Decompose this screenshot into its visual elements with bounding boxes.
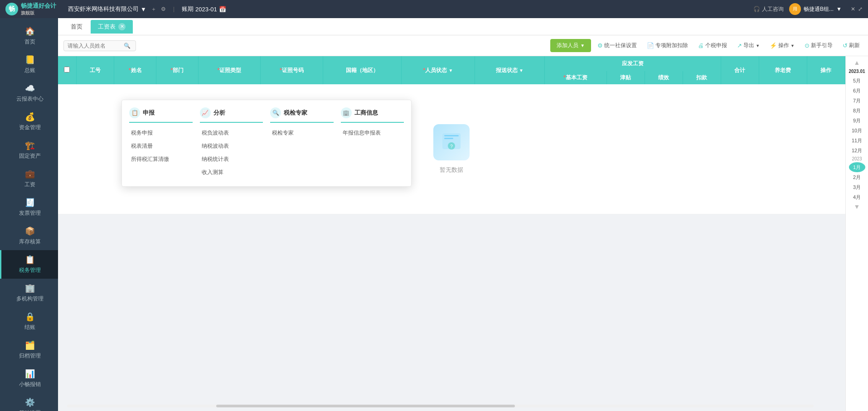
- social-insurance-btn[interactable]: ⚙ 统一社保设置: [595, 40, 640, 51]
- individual-tax-btn[interactable]: 🖨 个税申报: [695, 40, 730, 51]
- sidebar-item-invoice[interactable]: 🧾 发票管理: [0, 193, 58, 222]
- search-input[interactable]: [68, 43, 122, 49]
- dropdown-item-tax-declare[interactable]: 税务申报: [129, 126, 193, 140]
- main-area: 首页 工资表 ✕ 🔍 添加人员 ▼ ⚙ 统一社保设置: [58, 18, 868, 411]
- dropdown-section-analysis: 📈 分析 税负波动表 纳税波动表 纳税统计表 收入测算: [200, 107, 263, 179]
- timeline-month-1[interactable]: 1月: [849, 162, 865, 172]
- sidebar-item-salary[interactable]: 💼 工资: [0, 164, 58, 193]
- period-selector[interactable]: 账期 2023-01 📅: [182, 5, 226, 13]
- tab-salary-table[interactable]: 工资表 ✕: [91, 20, 133, 34]
- close-window-icon[interactable]: ✕: [851, 6, 855, 12]
- timeline-up-icon[interactable]: ▲: [853, 58, 861, 67]
- top-bar-right: 🎧 人工咨询 用 畅捷通B组... ▼ ✕ ⤢: [753, 3, 863, 15]
- multi-icon: 🏢: [25, 283, 35, 293]
- refresh-icon: ↺: [843, 42, 848, 49]
- settings-nav-icon: ⚙️: [25, 397, 35, 407]
- app-title-wrapper: 畅捷通好会计 旗舰版: [21, 2, 56, 16]
- export-btn[interactable]: ↗ 导出 ▼: [734, 40, 762, 51]
- th-checkbox[interactable]: [58, 56, 76, 84]
- tab-salary-label: 工资表: [98, 23, 116, 31]
- sidebar-item-home[interactable]: 🏠 首页: [0, 22, 58, 50]
- calendar-icon: 📅: [219, 6, 226, 13]
- sidebar-item-funds[interactable]: 💰 资金管理: [0, 107, 58, 136]
- declaration-icon: 📋: [129, 107, 140, 118]
- dropdown-item-tax-change[interactable]: 纳税波动表: [200, 140, 263, 153]
- maximize-window-icon[interactable]: ⤢: [858, 6, 863, 12]
- special-deduction-icon: 📄: [647, 42, 654, 49]
- tab-home[interactable]: 首页: [63, 20, 90, 34]
- company-name: 西安虾米网络科技有限公司: [68, 5, 139, 13]
- dropdown-item-annual-report[interactable]: 年报信息申报表: [341, 126, 404, 140]
- tab-close-icon[interactable]: ✕: [118, 23, 126, 30]
- svg-rect-1: [444, 135, 459, 136]
- timeline-panel: ▲ 2023.01 5月 6月 7月 8月 9月 10月 11月 12月 202…: [845, 56, 868, 411]
- dropdown-item-tax-table[interactable]: 税表清册: [129, 140, 193, 153]
- report-status-filter-icon[interactable]: ▼: [519, 68, 524, 73]
- operation-btn[interactable]: ⚡ 操作 ▼: [767, 40, 797, 51]
- dropdown-item-tax-expert[interactable]: 税检专家: [270, 126, 334, 140]
- ledger-icon: 📒: [25, 55, 35, 65]
- dropdown-item-income-tax[interactable]: 所得税汇算清缴: [129, 153, 193, 166]
- timeline-month-7[interactable]: 7月: [849, 96, 865, 106]
- empty-icon: ?: [433, 124, 470, 160]
- sidebar-item-archive[interactable]: 🗂️ 归档管理: [0, 336, 58, 364]
- sidebar-label-archive: 归档管理: [19, 352, 41, 360]
- sidebar-item-settings[interactable]: ⚙️ 基础设置: [0, 393, 58, 411]
- sidebar-item-assets[interactable]: 🏗️ 固定资产: [0, 136, 58, 164]
- sidebar-item-close[interactable]: 🔒 结账: [0, 307, 58, 336]
- th-action: 操作: [807, 56, 845, 84]
- search-icon: 🔍: [124, 43, 131, 49]
- timeline-month-8[interactable]: 8月: [849, 106, 865, 116]
- sidebar-label-report: 小畅报销: [19, 381, 41, 388]
- special-deduction-btn[interactable]: 📄 专项附加扣除: [644, 40, 691, 51]
- add-person-label: 添加人员: [557, 42, 578, 49]
- dropdown-item-tax-stats[interactable]: 纳税统计表: [200, 153, 263, 166]
- close-period-icon: 🔒: [25, 312, 35, 322]
- tax-dropdown-menu: 📋 申报 税务申报 税表清册 所得税汇算清缴 📈 分析 税负波动表 纳税波动表 …: [121, 100, 412, 187]
- add-person-button[interactable]: 添加人员 ▼: [550, 39, 591, 52]
- company-selector[interactable]: 西安虾米网络科技有限公司 ▼: [68, 5, 146, 13]
- timeline-month-3[interactable]: 3月: [849, 182, 865, 192]
- timeline-down-icon[interactable]: ▼: [853, 202, 861, 211]
- dropdown-item-tax-burden[interactable]: 税负波动表: [200, 126, 263, 140]
- timeline-month-2[interactable]: 2月: [849, 172, 865, 182]
- person-status-filter-icon[interactable]: ▼: [449, 68, 453, 73]
- add-company-icon[interactable]: ＋: [151, 5, 156, 13]
- dropdown-section-business: 🏢 工商信息 年报信息申报表: [341, 107, 404, 179]
- scrollbar[interactable]: [58, 405, 823, 407]
- tax-expert-header: 🔍 税检专家: [270, 107, 334, 123]
- select-all-checkbox[interactable]: [64, 67, 70, 73]
- refresh-btn[interactable]: ↺ 刷新: [840, 40, 863, 51]
- analysis-header: 📈 分析: [200, 107, 263, 123]
- timeline-year-header: 2023.01: [848, 67, 866, 76]
- user-menu[interactable]: 用 畅捷通B组... ▼: [789, 3, 842, 15]
- sidebar-item-ledger[interactable]: 📒 总账: [0, 50, 58, 79]
- toolbar: 🔍 添加人员 ▼ ⚙ 统一社保设置 📄 专项附加扣除 🖨 个税申报: [58, 35, 868, 56]
- sidebar-item-report[interactable]: 📊 小畅报销: [0, 364, 58, 393]
- scroll-thumb[interactable]: [216, 405, 515, 407]
- timeline-month-11[interactable]: 11月: [849, 135, 865, 145]
- th-pension: 养老费: [759, 56, 807, 84]
- timeline-month-9[interactable]: 9月: [849, 116, 865, 126]
- timeline-month-5[interactable]: 5月: [849, 76, 865, 86]
- dropdown-item-income-calc[interactable]: 收入测算: [200, 166, 263, 179]
- separator: |: [173, 6, 175, 12]
- customer-service[interactable]: 🎧 人工咨询: [753, 5, 784, 13]
- operation-chevron-icon: ▼: [790, 44, 795, 48]
- timeline-month-4[interactable]: 4月: [849, 192, 865, 202]
- sidebar-item-multi[interactable]: 🏢 多机构管理: [0, 279, 58, 307]
- guide-btn[interactable]: ⊙ 新手引导: [802, 40, 835, 51]
- th-performance: 绩效: [645, 71, 683, 84]
- sidebar-item-tax[interactable]: 📋 税务管理: [0, 250, 58, 279]
- sidebar-item-inventory[interactable]: 📦 库存核算: [0, 222, 58, 250]
- sidebar-label-invoice: 发票管理: [19, 209, 41, 217]
- timeline-month-6[interactable]: 6月: [849, 86, 865, 96]
- user-avatar: 用: [789, 3, 801, 15]
- business-title: 工商信息: [354, 109, 378, 117]
- sidebar-item-cloud[interactable]: ☁️ 云报表中心: [0, 79, 58, 107]
- settings-icon[interactable]: ⚙: [161, 6, 166, 12]
- user-name: 畅捷通B组...: [804, 5, 834, 13]
- timeline-month-12[interactable]: 12月: [849, 145, 865, 155]
- inventory-icon: 📦: [25, 226, 35, 236]
- timeline-month-10[interactable]: 10月: [849, 126, 865, 135]
